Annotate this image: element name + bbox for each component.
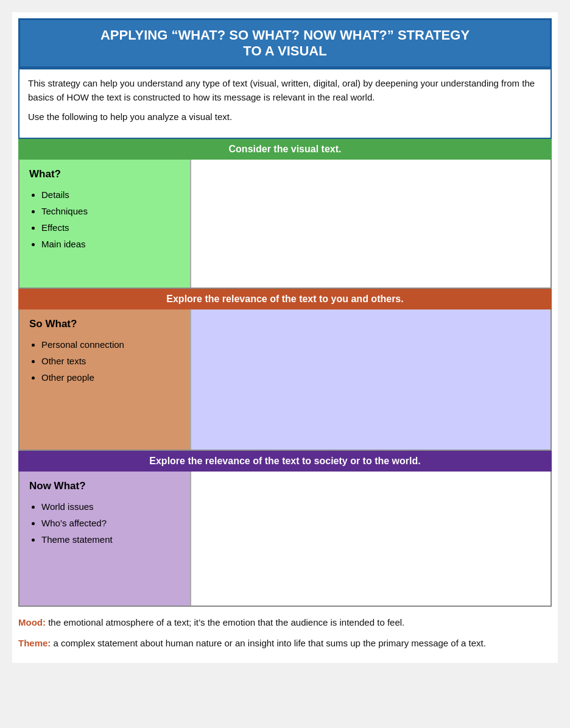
section1-right[interactable] (190, 160, 551, 288)
section3-bullets: World issues Who’s affected? Theme state… (29, 498, 180, 548)
list-item: Personal connection (41, 336, 180, 353)
intro-section: This strategy can help you understand an… (18, 68, 552, 139)
bottom-notes: Mood: the emotional atmosphere of a text… (18, 615, 552, 651)
mood-note: Mood: the emotional atmosphere of a text… (18, 615, 552, 630)
list-item: Other people (41, 369, 180, 386)
section2-right[interactable] (190, 309, 551, 450)
intro-para2: Use the following to help you analyze a … (28, 110, 542, 124)
section-what: Consider the visual text. What? Details … (18, 139, 552, 289)
intro-para1: This strategy can help you understand an… (28, 77, 542, 104)
section2-row: So What? Personal connection Other texts… (18, 309, 552, 451)
section2-header: Explore the relevance of the text to you… (18, 289, 552, 309)
section2-bullets: Personal connection Other texts Other pe… (29, 336, 180, 386)
section3-header: Explore the relevance of the text to soc… (18, 451, 552, 472)
section-sowhat: Explore the relevance of the text to you… (18, 289, 552, 451)
section3-row: Now What? World issues Who’s affected? T… (18, 472, 552, 607)
page-title: APPLYING “WHAT? SO WHAT? NOW WHAT?” STRA… (18, 18, 552, 68)
section3-right[interactable] (190, 472, 551, 606)
section3-left: Now What? World issues Who’s affected? T… (19, 472, 190, 606)
section1-left: What? Details Techniques Effects Main id… (19, 160, 190, 288)
theme-text: a complex statement about human nature o… (51, 638, 486, 648)
theme-note: Theme: a complex statement about human n… (18, 636, 552, 651)
mood-label: Mood: (18, 617, 46, 627)
section1-title: What? (29, 168, 180, 180)
list-item: Details (41, 186, 180, 203)
list-item: Effects (41, 219, 180, 236)
section1-header: Consider the visual text. (18, 139, 552, 160)
section2-title: So What? (29, 318, 180, 330)
list-item: Main ideas (41, 236, 180, 252)
section3-title: Now What? (29, 480, 180, 492)
mood-text: the emotional atmosphere of a text; it’s… (46, 617, 404, 627)
page: APPLYING “WHAT? SO WHAT? NOW WHAT?” STRA… (12, 12, 558, 663)
list-item: Theme statement (41, 531, 180, 548)
list-item: Other texts (41, 353, 180, 369)
section1-row: What? Details Techniques Effects Main id… (18, 160, 552, 289)
section1-bullets: Details Techniques Effects Main ideas (29, 186, 180, 252)
list-item: Who’s affected? (41, 515, 180, 531)
list-item: World issues (41, 498, 180, 515)
section2-left: So What? Personal connection Other texts… (19, 309, 190, 450)
theme-label: Theme: (18, 638, 51, 648)
list-item: Techniques (41, 203, 180, 219)
section-nowwhat: Explore the relevance of the text to soc… (18, 451, 552, 607)
